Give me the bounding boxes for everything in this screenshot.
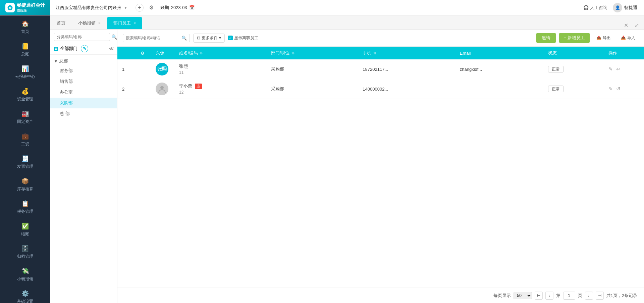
row-email [455, 79, 543, 99]
sidebar-item-ledger[interactable]: 📒 总账 [0, 38, 50, 60]
employee-name: 张熙 [179, 63, 262, 69]
sidebar-item-funds[interactable]: 💰 资金管理 [0, 83, 50, 105]
sidebar-item-inventory[interactable]: 📦 库存核算 [0, 173, 50, 195]
row-action: ✎ ↩ [604, 59, 644, 79]
sidebar-item-salary[interactable]: 💼 工资 [0, 128, 50, 150]
tab-close-all-button[interactable]: ✕ [622, 21, 630, 29]
prev-page-button[interactable]: ‹ [545, 292, 553, 300]
headset-icon: 🎧 [583, 5, 589, 10]
dept-tree: ▼ 总部 财务部 销售部 办公室 采购部 [50, 55, 117, 303]
sidebar: 🏠 首页 📒 总账 📊 云报表中心 💰 资金管理 🏭 固定资产 💼 工资 🧾 发… [0, 15, 50, 303]
sidebar-item-basic[interactable]: ⚙️ 基础设置 [0, 285, 50, 303]
tab-dept-employee[interactable]: 部门员工 × [107, 17, 142, 29]
ledger-icon: 📒 [21, 43, 29, 50]
inventory-icon: 📦 [21, 178, 29, 185]
dept-node-general[interactable]: 总 部 [50, 108, 117, 119]
row-no: 1 [117, 59, 134, 79]
dept-node-sales[interactable]: 销售部 [50, 76, 117, 87]
dept-search-input[interactable] [54, 33, 110, 41]
tab-expand-button[interactable]: ⤢ [633, 21, 641, 29]
tab-expense-close[interactable]: × [98, 21, 101, 26]
dept-node-finance[interactable]: 财务部 [50, 65, 117, 76]
dept-node-root[interactable]: ▼ 总部 [50, 56, 117, 65]
logo: 会 畅捷通好会计 旗舰版 [0, 0, 50, 15]
row-no: 2 [117, 79, 134, 99]
last-page-button[interactable]: ⊣ [596, 292, 604, 300]
sidebar-item-xiaochang[interactable]: 💸 小畅报销 [0, 263, 50, 285]
tab-dept-employee-close[interactable]: × [133, 21, 136, 26]
employee-search-box[interactable]: 🔍 [123, 34, 190, 42]
sidebar-item-archive[interactable]: 🗄️ 归档管理 [0, 240, 50, 263]
employee-panel: 🔍 ⊟ 更多条件 ▾ ✓ 显示离职员工 邀请 + 新增员工 [117, 30, 644, 303]
per-page-select[interactable]: 50 10 20 100 [514, 292, 532, 299]
employee-code: 12 [179, 90, 202, 95]
dept-edit-button[interactable]: ✎ [81, 45, 88, 52]
edit-icon[interactable]: ✎ [608, 86, 613, 92]
col-name-code[interactable]: 姓名/编码 ⇅ [174, 47, 266, 59]
next-page-button[interactable]: › [585, 292, 593, 300]
period-selector[interactable]: 账期 2023-03 📅 [160, 5, 195, 11]
page-input[interactable] [563, 292, 575, 300]
sidebar-item-tax[interactable]: 📋 税务管理 [0, 195, 50, 218]
first-page-button[interactable]: ⊢ [535, 292, 543, 300]
sidebar-item-label: 发票管理 [17, 164, 33, 169]
row-status: 正常 [543, 59, 604, 79]
sidebar-item-label: 工资 [21, 141, 29, 147]
settings-icon[interactable]: ⚙ [149, 4, 154, 11]
sidebar-item-label: 归档管理 [17, 254, 33, 259]
page-prefix: 第 [556, 293, 560, 299]
tab-home[interactable]: 首页 [50, 17, 72, 29]
row-settings [134, 79, 151, 99]
sidebar-item-label: 云报表中心 [15, 74, 35, 80]
salary-icon: 💼 [21, 133, 29, 140]
filter-icon: ⊟ [197, 36, 200, 40]
col-mobile[interactable]: 手机 ⇅ [358, 47, 455, 59]
grid-icon: ⊞ [54, 46, 58, 52]
service-button[interactable]: 🎧 人工咨询 [583, 5, 607, 11]
col-email: Email [455, 47, 543, 59]
sidebar-item-label: 库存核算 [17, 186, 33, 192]
user-name: 畅捷通 [624, 5, 637, 11]
sidebar-item-checkout[interactable]: ✅ 结账 [0, 218, 50, 240]
funds-icon: 💰 [21, 88, 29, 95]
edit-icon[interactable]: ✎ [608, 66, 613, 72]
import-icon: 📥 [621, 36, 626, 40]
show-resigned-checkbox[interactable]: ✓ [228, 36, 233, 40]
dept-search-icon[interactable]: 🔍 [111, 34, 117, 40]
col-settings[interactable]: ⚙ [134, 47, 151, 59]
invoice-icon: 🧾 [21, 155, 29, 162]
dept-node-purchase[interactable]: 采购部 [50, 98, 117, 108]
row-avatar-cell [151, 79, 174, 99]
logout-icon[interactable]: ↩ [616, 66, 621, 72]
tax-icon: 📋 [21, 200, 29, 207]
show-resigned-toggle[interactable]: ✓ 显示离职员工 [228, 35, 258, 41]
export-button[interactable]: 📤 导出 [593, 34, 614, 42]
add-employee-button[interactable]: + 新增员工 [559, 33, 590, 43]
import-button[interactable]: 📥 导入 [618, 34, 639, 42]
status-badge: 正常 [548, 66, 564, 72]
search-icon: 🔍 [181, 36, 187, 41]
dept-collapse-button[interactable]: ≪ [109, 46, 114, 51]
home-icon: 🏠 [21, 20, 29, 28]
sidebar-item-invoice[interactable]: 🧾 发票管理 [0, 150, 50, 173]
sidebar-item-assets[interactable]: 🏭 固定资产 [0, 105, 50, 128]
row-mobile: 140000002... [358, 79, 455, 99]
status-badge: 正常 [548, 86, 564, 92]
row-email: zhangxidf... [455, 59, 543, 79]
service-label: 人工咨询 [590, 5, 607, 11]
refresh-icon[interactable]: ↺ [616, 86, 621, 92]
invite-button[interactable]: 邀请 [536, 33, 556, 43]
user-menu[interactable]: 👤 畅捷通 [613, 3, 637, 12]
per-page-label: 每页显示 [493, 293, 511, 299]
svg-point-2 [160, 86, 164, 89]
company-selector[interactable]: 江西服宝精品有限责任公司内账张 ▼ [50, 5, 133, 11]
more-filter-button[interactable]: ⊟ 更多条件 ▾ [193, 34, 225, 43]
add-tab-button[interactable]: + [136, 4, 144, 12]
col-dept-position[interactable]: 部门/职位 ⇅ [266, 47, 358, 59]
sidebar-item-reports[interactable]: 📊 云报表中心 [0, 60, 50, 83]
dept-node-office[interactable]: 办公室 [50, 87, 117, 98]
employee-search-input[interactable] [126, 36, 180, 40]
calendar-icon: 📅 [189, 5, 195, 10]
tab-expense[interactable]: 小畅报销 × [72, 17, 107, 29]
sidebar-item-home[interactable]: 🏠 首页 [0, 15, 50, 38]
